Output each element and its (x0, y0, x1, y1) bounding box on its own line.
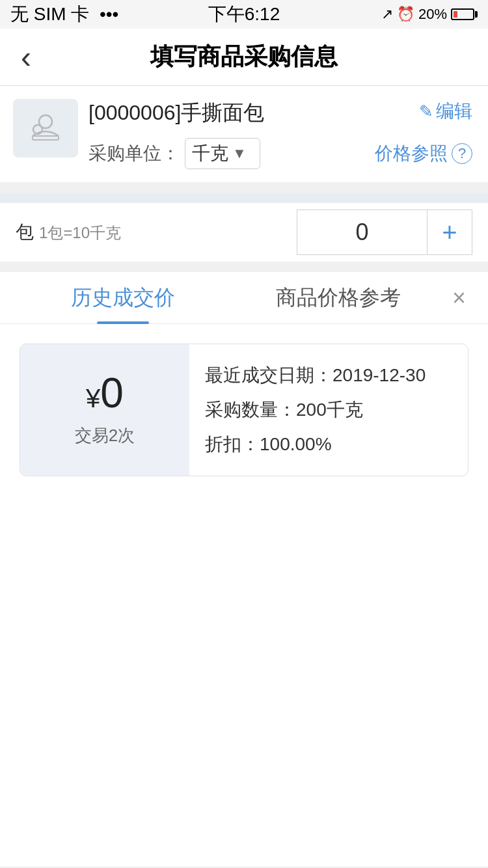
unit-value: 千克 (192, 141, 228, 166)
edit-button[interactable]: ✎ 编辑 (419, 99, 472, 124)
quantity-conversion: 1包=10千克 (39, 223, 121, 243)
transaction-count: 交易2次 (75, 424, 135, 447)
unit-label: 采购单位： 千克 ▼ (88, 138, 260, 169)
status-bar: 无 SIM 卡 ••• 下午6:12 ↗ ⏰ 20% (0, 0, 488, 29)
back-icon: ‹ (21, 39, 31, 75)
page-title: 填写商品采购信息 (150, 41, 338, 73)
status-time: 下午6:12 (208, 2, 280, 27)
price-card: ¥0 交易2次 最近成交日期：2019-12-30 采购数量：200千克 折扣：… (20, 344, 468, 476)
plus-icon: + (442, 218, 457, 247)
price-detail-date: 最近成交日期：2019-12-30 (205, 362, 452, 388)
product-name: [0000006]手撕面包 (88, 99, 264, 128)
close-button[interactable]: × (446, 284, 472, 312)
edit-icon: ✎ (419, 102, 433, 122)
currency-symbol: ¥ (86, 384, 100, 413)
battery-fill (454, 11, 457, 18)
price-reference-button[interactable]: 价格参照 ? (375, 141, 472, 166)
status-carrier: 无 SIM 卡 ••• (10, 2, 118, 27)
quantity-row: 包 1包=10千克 0 + (0, 203, 488, 262)
alarm-icon: ⏰ (397, 6, 414, 23)
price-ref-label: 价格参照 (375, 141, 448, 166)
battery-percent: 20% (418, 6, 447, 23)
tab-history-price[interactable]: 历史成交价 (16, 272, 230, 324)
quantity-plus-button[interactable]: + (427, 210, 472, 255)
nav-bar: ‹ 填写商品采购信息 (0, 29, 488, 86)
svg-rect-2 (33, 136, 59, 140)
section-divider (0, 193, 488, 203)
product-thumbnail (13, 99, 78, 157)
product-header: [0000006]手撕面包 ✎ 编辑 (88, 99, 472, 128)
quantity-unit-icon: 包 (16, 220, 34, 245)
quantity-input-area: 0 + (131, 210, 472, 255)
product-image-placeholder (26, 109, 65, 148)
product-info: [0000006]手撕面包 ✎ 编辑 采购单位： 千克 ▼ 价格参照 ? (88, 99, 472, 169)
back-button[interactable]: ‹ (0, 39, 52, 75)
tabs-bar: 历史成交价 商品价格参考 × (0, 272, 488, 324)
quantity-unit-info: 包 1包=10千克 (16, 220, 121, 245)
help-icon: ? (452, 143, 472, 164)
battery-icon (451, 8, 478, 20)
price-main: ¥0 (86, 372, 124, 414)
close-icon: × (452, 284, 466, 311)
price-card-right: 最近成交日期：2019-12-30 采购数量：200千克 折扣：100.00% (189, 344, 468, 476)
product-unit-row: 采购单位： 千克 ▼ 价格参照 ? (88, 138, 472, 169)
quantity-input[interactable]: 0 (297, 210, 427, 255)
bottom-content-area (0, 476, 488, 867)
product-card: [0000006]手撕面包 ✎ 编辑 采购单位： 千克 ▼ 价格参照 ? (0, 86, 488, 182)
tab-price-reference[interactable]: 商品价格参考 (230, 272, 445, 324)
chevron-down-icon: ▼ (232, 145, 247, 162)
direction-icon: ↗ (381, 6, 393, 23)
bottom-panel: 历史成交价 商品价格参考 × ¥0 交易2次 最近成交日期：2019-12-30… (0, 272, 488, 867)
unit-selector[interactable]: 千克 ▼ (185, 138, 260, 169)
battery-tip (475, 11, 478, 18)
edit-label: 编辑 (436, 99, 472, 124)
price-detail-quantity: 采购数量：200千克 (205, 397, 452, 422)
price-value: 0 (100, 370, 124, 416)
price-card-left: ¥0 交易2次 (20, 344, 189, 476)
status-icons: ↗ ⏰ 20% (381, 6, 478, 23)
price-detail-discount: 折扣：100.00% (205, 431, 452, 457)
